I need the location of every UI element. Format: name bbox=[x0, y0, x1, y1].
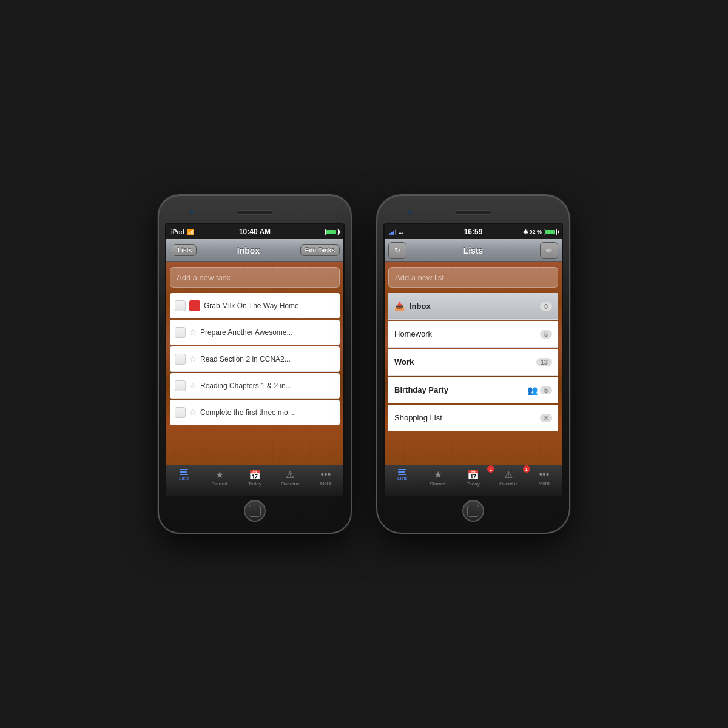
edit-tasks-button[interactable]: Edit Tasks bbox=[300, 244, 340, 256]
task-item[interactable]: ★ Grab Milk On The Way Home bbox=[170, 293, 340, 318]
phone2-top bbox=[385, 201, 562, 223]
lists-icon bbox=[180, 469, 188, 475]
carrier-label: ... bbox=[399, 229, 403, 235]
phone2-time: 16:59 bbox=[464, 228, 483, 236]
tab-overdue-label: Overdue bbox=[281, 481, 300, 487]
tab-today[interactable]: 📅 Today bbox=[237, 468, 272, 487]
task-text: Complete the first three mo... bbox=[200, 408, 335, 417]
list-count: 13 bbox=[536, 358, 552, 366]
list-count: 5 bbox=[540, 330, 552, 339]
nav-title-2: Lists bbox=[406, 246, 540, 255]
tab-more[interactable]: ••• More bbox=[308, 468, 343, 486]
star-icon: ☆ bbox=[189, 354, 197, 363]
camera-dot-2 bbox=[408, 210, 413, 215]
phone-1: iPod 📶 10:40 AM Lists Inbox Edit Tasks bbox=[158, 194, 352, 534]
star-tab-icon: ★ bbox=[215, 469, 224, 480]
list-name: Homework bbox=[394, 329, 540, 339]
nav-title: Inbox bbox=[197, 246, 300, 255]
add-task-placeholder: Add a new task bbox=[177, 273, 231, 282]
home-button[interactable] bbox=[244, 500, 266, 522]
bluetooth-icon: ✱ bbox=[523, 229, 528, 235]
camera-dot bbox=[189, 210, 194, 215]
list-name: Shopping List bbox=[394, 413, 540, 422]
task-text: Reading Chapters 1 & 2 in... bbox=[200, 382, 335, 390]
phone1-top bbox=[166, 201, 343, 223]
task-checkbox[interactable] bbox=[175, 300, 186, 311]
battery-icon-2 bbox=[544, 229, 557, 235]
add-list-input[interactable]: Add a new list bbox=[388, 267, 558, 288]
phone1-tab-bar: Lists ★ Starred 📅 Today ⚠ Overdue ••• Mo… bbox=[166, 465, 343, 496]
task-item[interactable]: ☆ Complete the first three mo... bbox=[170, 400, 340, 425]
tab2-starred[interactable]: ★ Starred bbox=[420, 468, 455, 487]
add-task-input[interactable]: Add a new task bbox=[170, 267, 340, 288]
star-red-icon: ★ bbox=[189, 300, 200, 311]
phone2-navbar: ↻ Lists ✏ bbox=[385, 239, 562, 262]
signal-bars bbox=[389, 229, 396, 235]
back-button[interactable]: Lists bbox=[170, 244, 197, 256]
task-item[interactable]: ☆ Prepare Another Awesome... bbox=[170, 320, 340, 345]
battery-pct-label: 92 % bbox=[530, 229, 542, 235]
task-text: Prepare Another Awesome... bbox=[200, 328, 335, 337]
tab-starred-label: Starred bbox=[211, 481, 227, 487]
task-checkbox[interactable] bbox=[175, 354, 186, 365]
list-item-work[interactable]: Work 13 bbox=[388, 349, 558, 376]
tab2-overdue-label: Overdue bbox=[499, 481, 518, 487]
overdue-badge: 1 bbox=[523, 465, 530, 473]
shared-icon: 👥 bbox=[527, 385, 538, 395]
list-item-homework[interactable]: Homework 5 bbox=[388, 321, 558, 348]
tab2-lists-label: Lists bbox=[397, 476, 407, 481]
tab2-today-label: Today bbox=[467, 481, 479, 487]
list-item-inbox[interactable]: 📥 Inbox 0 bbox=[388, 293, 558, 320]
phone2-screen: ... 16:59 ✱ 92 % ↻ Lists ✏ bbox=[383, 223, 563, 497]
battery-fill bbox=[326, 230, 336, 234]
task-item[interactable]: ☆ Reading Chapters 1 & 2 in... bbox=[170, 373, 340, 399]
list-item-shopping[interactable]: Shopping List 8 bbox=[388, 405, 558, 431]
edit-button[interactable]: ✏ bbox=[540, 242, 558, 259]
list-name: Birthday Party bbox=[394, 385, 527, 394]
tab2-today[interactable]: 📅 1 Today bbox=[456, 468, 491, 487]
list-count: 0 bbox=[540, 302, 552, 311]
tab-starred[interactable]: ★ Starred bbox=[201, 468, 237, 487]
calendar-tab-icon: 📅 bbox=[249, 469, 261, 480]
phone1-time: 10:40 AM bbox=[239, 228, 271, 236]
task-checkbox[interactable] bbox=[175, 407, 186, 418]
add-list-placeholder: Add a new list bbox=[395, 273, 444, 282]
overdue-tab-icon: ⚠ bbox=[286, 469, 294, 480]
phone1-screen: iPod 📶 10:40 AM Lists Inbox Edit Tasks bbox=[165, 223, 345, 497]
task-checkbox[interactable] bbox=[175, 380, 186, 391]
task-text: Read Section 2 in CCNA2... bbox=[200, 355, 335, 363]
tab2-overdue[interactable]: ⚠ 1 Overdue bbox=[491, 468, 526, 487]
phone1-content: Add a new task ★ Grab Milk On The Way Ho… bbox=[166, 262, 343, 465]
list-name: Inbox bbox=[410, 302, 540, 311]
tab2-more-label: More bbox=[539, 480, 550, 486]
phone-2: ... 16:59 ✱ 92 % ↻ Lists ✏ bbox=[376, 194, 570, 534]
task-checkbox[interactable] bbox=[175, 327, 186, 338]
star-icon: ☆ bbox=[189, 381, 197, 390]
battery-icon bbox=[325, 229, 339, 235]
more-tab-icon: ••• bbox=[320, 469, 331, 480]
tab2-lists[interactable]: Lists bbox=[385, 468, 420, 481]
tab2-more[interactable]: ••• More bbox=[527, 468, 562, 486]
refresh-button[interactable]: ↻ bbox=[388, 242, 406, 259]
tab-lists[interactable]: Lists bbox=[166, 468, 201, 481]
tab-overdue[interactable]: ⚠ Overdue bbox=[272, 468, 308, 487]
tab-more-label: More bbox=[320, 480, 331, 486]
phones-container: iPod 📶 10:40 AM Lists Inbox Edit Tasks bbox=[158, 194, 570, 534]
task-item[interactable]: ☆ Read Section 2 in CCNA2... bbox=[170, 346, 340, 372]
overdue-tab-icon-2: ⚠ bbox=[504, 469, 513, 480]
list-count: 5 bbox=[540, 386, 552, 394]
phone1-navbar: Lists Inbox Edit Tasks bbox=[166, 239, 343, 262]
home-button-2[interactable] bbox=[462, 500, 484, 522]
speaker-grill bbox=[237, 210, 273, 215]
list-item-birthday[interactable]: Birthday Party 👥 5 bbox=[388, 377, 558, 403]
tab-today-label: Today bbox=[248, 481, 261, 487]
wifi-icon: 📶 bbox=[187, 229, 194, 235]
lists-icon-2 bbox=[398, 469, 406, 475]
list-name: Work bbox=[394, 357, 536, 366]
phone2-tab-bar: Lists ★ Starred 📅 1 Today ⚠ 1 Overdue bbox=[385, 465, 562, 496]
device-label: iPod bbox=[171, 229, 184, 235]
inbox-icon: 📥 bbox=[394, 302, 405, 311]
list-count: 8 bbox=[540, 414, 552, 422]
phone2-content: Add a new list 📥 Inbox 0 Homework 5 Work… bbox=[385, 262, 562, 465]
star-tab-icon-2: ★ bbox=[434, 469, 442, 480]
